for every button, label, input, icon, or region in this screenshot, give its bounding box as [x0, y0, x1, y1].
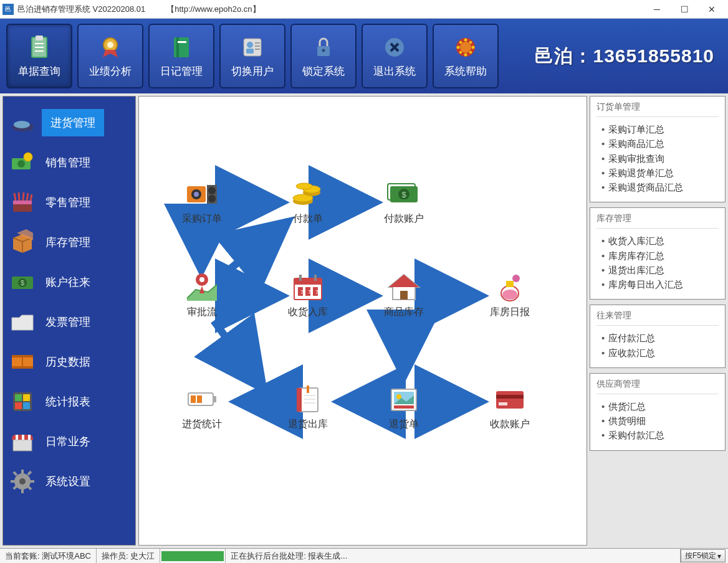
- link-item[interactable]: 收货入库汇总: [601, 234, 719, 248]
- svg-rect-52: [23, 402, 30, 409]
- node-return-out[interactable]: 退货出库: [280, 383, 336, 431]
- node-purchase-order[interactable]: 采购订单: [174, 177, 230, 225]
- status-value: 测试环境ABC: [42, 551, 91, 562]
- sidebar-label: 历史数据: [42, 348, 94, 376]
- svg-rect-108: [506, 281, 514, 287]
- node-receive[interactable]: 777 收货入库: [280, 271, 336, 319]
- lock-f5-button[interactable]: 按F5锁定▾: [681, 549, 726, 562]
- camera-icon: [183, 177, 221, 210]
- svg-rect-49: [15, 394, 22, 401]
- svg-line-36: [14, 193, 16, 201]
- group-title: 供应商管理: [596, 379, 719, 394]
- node-label: 付款账户: [376, 212, 432, 225]
- svg-rect-60: [21, 488, 24, 493]
- svg-line-39: [27, 193, 28, 201]
- group-order-mgmt: 订货单管理 采购订单汇总 采购商品汇总 采购审批查询 采购退货单汇总 采购退货商…: [590, 96, 726, 202]
- svg-rect-13: [255, 42, 260, 44]
- group-title: 订货单管理: [596, 102, 719, 117]
- calculator-icon: [9, 389, 36, 415]
- node-label: 商品库存: [376, 306, 432, 319]
- ribbon-diary-button[interactable]: 日记管理: [148, 24, 214, 88]
- svg-point-25: [459, 40, 462, 43]
- svg-rect-96: [294, 278, 322, 285]
- svg-rect-123: [394, 405, 414, 409]
- cash-icon: $: [9, 269, 36, 295]
- battery-icon: [183, 383, 221, 415]
- maximize-button[interactable]: ☐: [671, 1, 698, 18]
- ribbon-lock-button[interactable]: 锁定系统: [290, 24, 357, 88]
- svg-point-6: [107, 42, 113, 48]
- sidebar-item-daily[interactable]: 日常业务: [6, 422, 133, 461]
- svg-rect-55: [22, 435, 24, 440]
- sidebar-label: 系统设置: [42, 468, 94, 495]
- sidebar-item-inventory[interactable]: 库存管理: [6, 222, 133, 262]
- svg-rect-51: [15, 402, 22, 409]
- svg-rect-15: [255, 49, 260, 50]
- group-supplier-mgmt: 供应商管理 供货汇总 供货明细 采购付款汇总: [590, 373, 726, 451]
- svg-rect-14: [255, 45, 260, 47]
- sidebar-item-sales[interactable]: 销售管理: [6, 143, 133, 182]
- link-item[interactable]: 采购退货商品汇总: [601, 180, 719, 194]
- ribbon-analysis-button[interactable]: 业绩分析: [77, 24, 143, 88]
- sidebar-item-retail[interactable]: 零售管理: [6, 182, 133, 222]
- link-item[interactable]: 退货出库汇总: [601, 263, 719, 277]
- status-value: 史大江: [130, 551, 155, 562]
- cash-icon: $: [385, 177, 423, 210]
- svg-rect-7: [174, 37, 189, 57]
- ribbon-help-button[interactable]: 系统帮助: [433, 24, 499, 88]
- ribbon-exit-button[interactable]: 退出系统: [362, 24, 428, 88]
- node-stock[interactable]: 商品库存: [376, 271, 432, 319]
- link-item[interactable]: 采购审批查询: [601, 151, 719, 166]
- link-item[interactable]: 库房每日出入汇总: [601, 277, 719, 291]
- close-button[interactable]: ✕: [698, 1, 726, 18]
- ribbon-label: 锁定系统: [302, 64, 345, 78]
- node-approval[interactable]: 审批流: [174, 271, 230, 319]
- ribbon-query-button[interactable]: 单据查询: [6, 24, 72, 88]
- link-item[interactable]: 采购商品汇总: [601, 136, 719, 151]
- sidebar-item-settings[interactable]: 系统设置: [6, 461, 133, 501]
- sidebar-item-invoice[interactable]: 发票管理: [6, 302, 133, 342]
- node-return-bill[interactable]: 退货单: [376, 383, 432, 431]
- svg-rect-53: [13, 440, 32, 451]
- ribbon-switchuser-button[interactable]: 切换用户: [219, 24, 285, 88]
- node-payment-bill[interactable]: 付款单: [280, 177, 336, 225]
- svg-rect-59: [21, 470, 24, 475]
- medal-icon: [95, 34, 125, 60]
- sidebar-item-account[interactable]: $ 账户往来: [6, 262, 133, 302]
- sidebar-item-report[interactable]: 统计报表: [6, 382, 133, 422]
- sidebar-item-purchase[interactable]: 进货管理: [6, 103, 133, 143]
- svg-rect-62: [29, 480, 34, 483]
- svg-point-23: [457, 45, 460, 49]
- svg-point-122: [396, 394, 401, 399]
- link-item[interactable]: 采购退货单汇总: [601, 166, 719, 180]
- sidebar-label: 账户往来: [42, 268, 94, 296]
- node-payment-account[interactable]: $ 付款账户: [376, 177, 432, 225]
- svg-rect-125: [496, 395, 524, 399]
- svg-line-70: [220, 221, 289, 277]
- link-item[interactable]: 采购订单汇总: [601, 122, 719, 136]
- node-collect-account[interactable]: 收款账户: [482, 383, 538, 431]
- money-icon: [9, 149, 36, 176]
- link-item[interactable]: 供货汇总: [601, 399, 719, 414]
- svg-line-38: [23, 192, 24, 201]
- link-item[interactable]: 采购付款汇总: [601, 428, 719, 442]
- node-statistics[interactable]: 进货统计: [174, 383, 230, 431]
- link-item[interactable]: 供货明细: [601, 414, 719, 428]
- sidebar-item-history[interactable]: 历史数据: [6, 342, 133, 382]
- flow-canvas: 采购订单 付款单 $ 付款账户 审批流 777 收货入库 商品库存 库房日报: [138, 96, 587, 546]
- svg-point-89: [296, 183, 312, 189]
- window-title: 邑泊进销存管理系统 V20220208.01: [17, 4, 145, 15]
- link-item[interactable]: 应收款汇总: [601, 346, 719, 360]
- svg-text:7: 7: [308, 289, 311, 295]
- svg-rect-8: [176, 37, 179, 57]
- node-daily-report[interactable]: 库房日报: [482, 271, 538, 319]
- minimize-button[interactable]: ─: [643, 1, 671, 18]
- svg-line-40: [31, 194, 32, 201]
- link-item[interactable]: 库房库存汇总: [601, 248, 719, 263]
- coins-icon: [289, 177, 327, 210]
- svg-point-22: [464, 53, 467, 56]
- svg-rect-9: [178, 41, 186, 43]
- status-account: 当前套账: 测试环境ABC: [0, 549, 97, 563]
- link-item[interactable]: 应付款汇总: [601, 331, 719, 345]
- chevron-down-icon: ▾: [717, 552, 721, 561]
